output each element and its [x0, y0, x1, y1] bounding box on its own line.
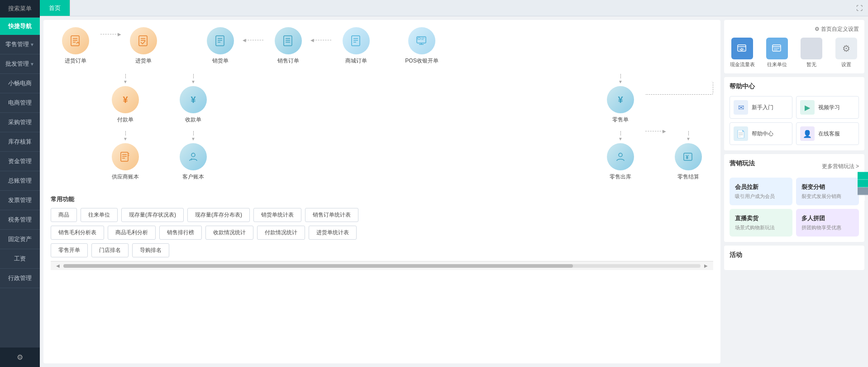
marketing-item-group[interactable]: 多人拼团 拼团购物享受优惠 [796, 209, 859, 237]
sidebar-item-admin[interactable]: 行政管理 [0, 269, 40, 288]
help-item-video[interactable]: ▶ 视频学习 [796, 96, 859, 119]
tab-bar: 首页 ⛶ [40, 0, 868, 16]
customize-header: ⚙ 首页自定义设置 [730, 25, 859, 33]
workflow-node-pos[interactable]: POS收银开单 [399, 27, 444, 65]
search-menu-button[interactable]: 搜索菜单 [0, 0, 40, 18]
func-btn-inventory-status[interactable]: 现存量(库存状况表) [121, 208, 184, 222]
sidebar-item-wholesale[interactable]: 批发管理 ▼ [0, 54, 40, 74]
sidebar-item-tax[interactable]: 税务管理 [0, 210, 40, 230]
quick-icon-none[interactable]: 暂无 [799, 38, 825, 68]
workflow-node-sales-order[interactable]: 销售订单 [263, 27, 313, 65]
sidebar-item-ledger[interactable]: 总账管理 [0, 171, 40, 191]
workflow-node-retail-out[interactable]: 零售出库 [596, 143, 645, 181]
fission-title: 裂变分销 [801, 183, 854, 191]
down-arrow-icon3: ▼ [618, 79, 623, 84]
sidebar-item-salary[interactable]: 工资 [0, 249, 40, 269]
retail-right-line [645, 81, 713, 95]
float-btn-community[interactable]: 服务社区 [858, 180, 868, 188]
help-item-help[interactable]: 📄 帮助中心 [730, 122, 792, 145]
workflow-node-retail[interactable]: ¥ 零售单 [596, 86, 645, 124]
sidebar-item-ecommerce-small[interactable]: 小畅电商 [0, 74, 40, 93]
down-arrow-icon5: ▼ [191, 136, 196, 141]
sidebar-item-ecommerce[interactable]: 电商管理 [0, 93, 40, 113]
beginner-label: 新手入门 [752, 104, 773, 111]
func-btn-inventory-dist[interactable]: 现存量(库存分布表) [187, 208, 250, 222]
sidebar-item-invoice[interactable]: 发票管理 [0, 191, 40, 210]
sidebar-item-inventory[interactable]: 库存核算 [0, 132, 40, 152]
float-btn-desktop[interactable]: 桌面快捷 [858, 188, 868, 195]
sidebar-settings-button[interactable]: ⚙ [0, 348, 40, 367]
func-btn-purchase-stat[interactable]: 进货单统计表 [309, 226, 357, 240]
workflow-node-retail-settle[interactable]: ¥ 零售结算 [663, 143, 713, 181]
workflow-node-sales[interactable]: 销货单 [196, 27, 245, 65]
func-btn-store-rank[interactable]: 门店排名 [91, 243, 129, 257]
member-sub: 吸引用户成为会员 [735, 193, 787, 200]
group-sub: 拼团购物享受优惠 [801, 224, 854, 231]
func-btn-payment-stat[interactable]: 付款情况统计 [257, 226, 305, 240]
scroll-thumb [63, 264, 573, 268]
tab-home[interactable]: 首页 [40, 0, 70, 16]
help-icon: 📄 [734, 126, 748, 141]
expand-icon[interactable]: ⛶ [851, 5, 868, 12]
v-dash-2 [193, 74, 194, 78]
workflow-node-supplier-book[interactable]: 供应商账本 [100, 143, 150, 181]
scroll-left-button[interactable]: ◀ [54, 263, 62, 268]
workflow-node-mall-order[interactable]: 商城订单 [331, 27, 381, 65]
retail-down-group: ▼ ¥ 零售单 [596, 74, 645, 124]
marketing-item-member[interactable]: 会员拉新 吸引用户成为会员 [730, 178, 792, 205]
mall-order-icon [343, 27, 370, 54]
service-label: 在线客服 [818, 130, 840, 138]
quick-icon-settings[interactable]: ⚙ 设置 [834, 38, 859, 68]
spacer-1 [168, 40, 196, 52]
workflow-node-purchase[interactable]: 进货单 [119, 27, 168, 65]
marketing-section: 营销玩法 更多营销玩法 > 会员拉新 吸引用户成为会员 裂变分销 裂变式发展分销… [724, 154, 864, 242]
retail-settle-icon: ¥ [675, 143, 702, 170]
help-item-beginner[interactable]: ✉ 新手入门 [730, 96, 792, 119]
scroll-right-button[interactable]: ▶ [702, 263, 710, 268]
workflow-node-purchase-order[interactable]: 进货订单 [51, 27, 100, 65]
more-marketing-link[interactable]: 更多营销玩法 > [822, 163, 859, 170]
float-buttons: 客服热线 服务社区 桌面快捷 [858, 172, 868, 195]
marketing-item-fission[interactable]: 裂变分销 裂变式发展分销商 [796, 178, 859, 205]
none-label: 暂无 [806, 61, 816, 68]
arrow-1-2: ▶ [100, 34, 119, 58]
marketing-item-live[interactable]: 直播卖货 场景式购物新玩法 [730, 209, 792, 237]
down-arrow-icon4: ▼ [123, 136, 128, 141]
func-btn-sales-profit[interactable]: 销售毛利分析表 [51, 226, 104, 240]
svg-point-31 [191, 153, 195, 157]
quick-icon-cashflow[interactable]: 现金流量表 [730, 38, 755, 68]
workflow-node-customer-book[interactable]: 客户账本 [168, 143, 218, 181]
v-dash-3 [620, 74, 621, 78]
sidebar-item-purchase[interactable]: 采购管理 [0, 113, 40, 132]
help-item-service[interactable]: 👤 在线客服 [796, 122, 859, 145]
sidebar-item-quick-nav[interactable]: 快捷导航 [0, 18, 40, 35]
workflow-node-payment[interactable]: ¥ 付款单 [100, 86, 150, 124]
sidebar-item-finance[interactable]: 资金管理 [0, 152, 40, 171]
func-btn-retail-order[interactable]: 零售开单 [51, 243, 88, 257]
func-btn-product[interactable]: 商品 [51, 208, 77, 222]
func-btn-guide-rank[interactable]: 导购排名 [132, 243, 169, 257]
sidebar-item-retail[interactable]: 零售管理 ▼ [0, 35, 40, 54]
svg-rect-20 [418, 38, 420, 39]
arrow-4-3: ◀ [245, 40, 263, 52]
retail-icon: ¥ [607, 86, 634, 113]
func-btn-product-profit[interactable]: 商品毛利分析 [108, 226, 156, 240]
scroll-track[interactable] [63, 264, 701, 268]
customize-settings-link[interactable]: ⚙ 首页自定义设置 [815, 25, 859, 33]
float-btn-service[interactable]: 客服热线 [858, 172, 868, 180]
mall-order-label: 商城订单 [345, 57, 367, 65]
func-btn-partner[interactable]: 往来单位 [81, 208, 118, 222]
sales-order-icon [275, 27, 302, 54]
workflow-diagram: 进货订单 ▶ [51, 27, 713, 188]
sidebar-item-fixed-assets[interactable]: 固定资产 [0, 230, 40, 249]
v-dash-7 [688, 131, 689, 135]
func-btn-sales-stat[interactable]: 销货单统计表 [253, 208, 301, 222]
row2-spacer3 [645, 74, 713, 95]
svg-rect-41 [773, 45, 781, 51]
quick-icon-partner[interactable]: 往来单位 [764, 38, 790, 68]
customer-book-label: 客户账本 [182, 173, 204, 181]
func-btn-sales-rank[interactable]: 销售排行榜 [159, 226, 202, 240]
func-btn-receipt-stat[interactable]: 收款情况统计 [205, 226, 253, 240]
workflow-node-receipt[interactable]: ¥ 收款单 [168, 86, 218, 124]
func-btn-sales-order-stat[interactable]: 销售订单统计表 [305, 208, 358, 222]
